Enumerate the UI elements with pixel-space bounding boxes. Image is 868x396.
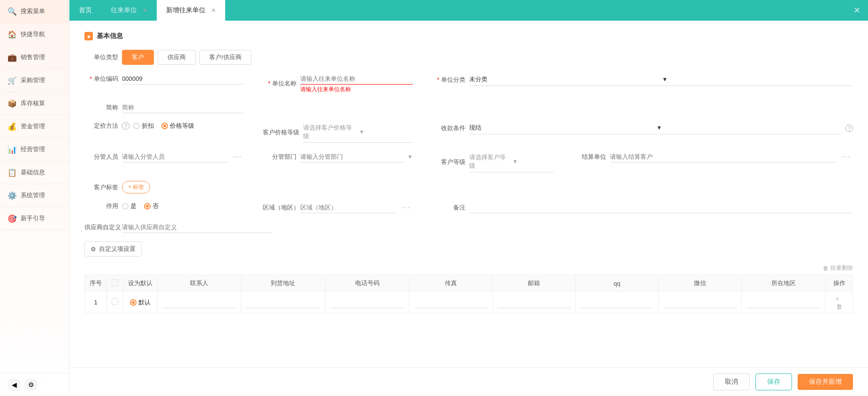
batch-delete-bar: 🗑 批量删除 — [84, 264, 853, 272]
settlement-input[interactable] — [610, 151, 837, 163]
pricing-radio-level[interactable]: 价格等级 — [161, 122, 194, 130]
payment-select[interactable]: 现结 ▼ — [469, 122, 842, 134]
region-input[interactable] — [300, 202, 396, 213]
tab-close-all[interactable]: ✕ — [846, 5, 868, 16]
row-add-btn[interactable]: ＋ — [834, 295, 840, 302]
sidebar-item-operations[interactable]: 📊 经营管理 — [0, 138, 69, 161]
short-name-input[interactable] — [122, 102, 244, 113]
unit-name-wrap: 请输入往来单位名称 — [300, 73, 413, 93]
tab-bar: 首页 往来单位 ✕ 新增往来单位 ✕ ✕ — [69, 0, 868, 21]
cancel-button[interactable]: 取消 — [713, 373, 750, 390]
tab-new-partner[interactable]: 新增往来单位 ✕ — [157, 0, 225, 21]
sidebar-item-purchase[interactable]: 🛒 采购管理 — [0, 69, 69, 92]
row-delete-btn[interactable]: 🗑 — [836, 303, 842, 310]
sidebar-item-label: 销售管理 — [21, 53, 45, 62]
pricing-row: 定价方法 ? 折扣 价格等级 客户价格等级 请选择客户价格等级 — [84, 122, 853, 143]
unit-code-field: 单位编码 — [84, 73, 244, 85]
radio-circle-default — [130, 299, 137, 306]
contact-input[interactable] — [162, 297, 236, 308]
fax-input[interactable] — [414, 297, 487, 308]
tab-new-partner-close[interactable]: ✕ — [211, 7, 216, 14]
batch-delete-label[interactable]: 批量删除 — [830, 264, 853, 272]
custom-settings-btn[interactable]: ⚙ 自定义项设置 — [84, 241, 142, 256]
disabled-radio-yes[interactable]: 是 — [122, 202, 137, 210]
col-wechat: 微信 — [658, 275, 741, 292]
save-new-button[interactable]: 保存并新增 — [798, 374, 853, 390]
col-qq: qq — [576, 275, 658, 292]
address-input[interactable] — [246, 297, 320, 308]
sidebar-item-label: 快捷导航 — [21, 30, 45, 39]
disabled-radio-no[interactable]: 否 — [144, 202, 159, 210]
col-checkbox — [107, 275, 123, 292]
customer-level-select[interactable]: 请选择客户等级 ▼ — [469, 151, 554, 172]
sidebar-collapse-btn[interactable]: ◀ — [8, 378, 21, 391]
sidebar-item-label: 新手引导 — [21, 214, 45, 223]
customer-price-select[interactable]: 请选择客户价格等级 ▼ — [303, 122, 413, 143]
pricing-radio-discount[interactable]: 折扣 — [133, 122, 154, 130]
manager-label: 分管人员 — [84, 153, 118, 161]
sidebar-item-basic[interactable]: 📋 基础信息 — [0, 161, 69, 184]
unit-type-both-btn[interactable]: 客户/供应商 — [199, 50, 251, 65]
tab-partner-label: 往来单位 — [111, 6, 137, 15]
sidebar-item-finance[interactable]: 💰 资金管理 — [0, 115, 69, 138]
select-all-checkbox[interactable] — [112, 280, 118, 286]
cell-phone — [325, 292, 409, 313]
supplier-custom-input[interactable] — [122, 222, 272, 233]
region-more-btn[interactable]: ··· — [400, 203, 413, 212]
sidebar-item-quicknav[interactable]: 🏠 快捷导航 — [0, 23, 69, 46]
customer-level-field: 客户等级 请选择客户等级 ▼ — [432, 151, 554, 172]
wechat-input[interactable] — [663, 297, 737, 308]
short-name-row: 简称 — [84, 102, 853, 113]
inventory-icon: 📦 — [8, 99, 17, 108]
unit-category-select[interactable]: 未分类 ▼ — [469, 73, 853, 86]
sidebar-item-inventory[interactable]: 📦 库存核算 — [0, 92, 69, 115]
tab-partner[interactable]: 往来单位 ✕ — [101, 0, 157, 21]
sidebar-item-sales[interactable]: 💼 销售管理 — [0, 46, 69, 69]
short-name-field: 简称 — [84, 102, 244, 113]
pricing-help-icon[interactable]: ? — [122, 122, 129, 130]
add-tag-btn[interactable]: + 标签 — [122, 181, 150, 194]
sidebar-item-guide[interactable]: 🎯 新手引导 — [0, 207, 69, 230]
col-phone: 电话号码 — [325, 275, 409, 292]
trash-icon: 🗑 — [823, 265, 829, 272]
pricing-radio-group: 折扣 价格等级 — [133, 122, 194, 130]
disabled-no-label: 否 — [152, 202, 159, 210]
unit-type-customer-btn[interactable]: 客户 — [122, 50, 154, 65]
department-input[interactable] — [300, 151, 404, 163]
manager-more-btn[interactable]: ··· — [231, 153, 244, 161]
remarks-input[interactable] — [469, 202, 853, 213]
unit-name-input[interactable] — [300, 73, 413, 85]
tab-home[interactable]: 首页 — [69, 0, 101, 21]
row-checkbox[interactable] — [112, 298, 118, 305]
cell-seq: 1 — [85, 292, 107, 313]
email-input[interactable] — [497, 297, 571, 308]
sidebar-item-search[interactable]: 🔍 搜索菜单 — [0, 0, 69, 23]
chevron-down-icon2: ▼ — [359, 129, 413, 135]
sidebar-item-system[interactable]: ⚙️ 系统管理 — [0, 184, 69, 207]
manager-input[interactable] — [122, 151, 228, 163]
default-radio[interactable]: 默认 — [128, 298, 152, 307]
save-button[interactable]: 保存 — [755, 373, 792, 390]
radio-circle-discount — [133, 123, 140, 129]
sidebar-item-label: 采购管理 — [21, 76, 45, 85]
unit-code-input[interactable] — [122, 73, 244, 85]
customer-price-placeholder: 请选择客户价格等级 — [303, 124, 357, 140]
payment-help-icon[interactable]: ? — [845, 124, 853, 132]
tab-partner-close[interactable]: ✕ — [143, 7, 147, 14]
sidebar-settings-btn[interactable]: ⚙ — [24, 378, 38, 391]
settlement-more-btn[interactable]: ··· — [840, 153, 853, 161]
section-icon: ■ — [84, 32, 93, 40]
short-name-label: 简称 — [84, 103, 118, 112]
bottom-bar: 取消 保存 保存并新增 — [69, 367, 868, 396]
location-input[interactable] — [746, 297, 821, 308]
col-contact: 联系人 — [158, 275, 241, 292]
settlement-label: 结算单位 — [572, 153, 606, 161]
disabled-field: 停用 是 否 — [84, 202, 244, 210]
cell-default: 默认 — [123, 292, 158, 313]
unit-type-label: 单位类型 — [84, 53, 118, 62]
unit-name-error-msg: 请输入往来单位名称 — [300, 85, 413, 93]
qq-input[interactable] — [580, 297, 653, 308]
phone-input[interactable] — [330, 297, 404, 308]
unit-type-supplier-btn[interactable]: 供应商 — [158, 50, 196, 65]
form-content: ■ 基本信息 单位类型 客户 供应商 客户/供应商 单位编码 单位名称 — [69, 21, 868, 367]
